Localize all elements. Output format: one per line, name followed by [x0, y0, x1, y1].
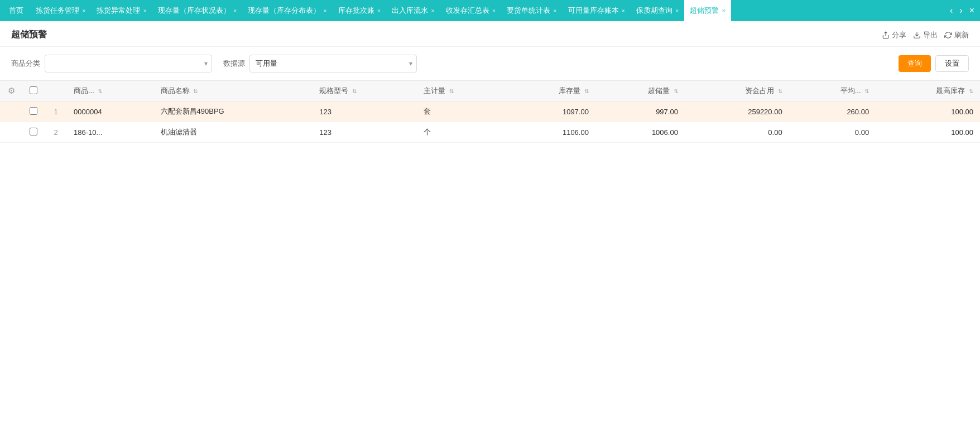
nav-tab-11-close[interactable]: ×	[722, 7, 725, 14]
col-product-code-sort-icon: ⇅	[98, 88, 102, 94]
nav-home[interactable]: 首页	[2, 0, 30, 21]
nav-tab-11[interactable]: 超储预警 ×	[684, 0, 731, 21]
row-spec-0: 123	[313, 101, 417, 122]
table-body: 1 0000004 六配套新昌490BPG 123 套 1097.00 997.…	[0, 101, 980, 143]
col-capital-label: 资金占用	[745, 86, 774, 95]
category-label: 商品分类	[11, 59, 40, 69]
col-product-code[interactable]: 商品... ⇅	[67, 81, 154, 101]
nav-close-arrow[interactable]: ×	[966, 0, 978, 21]
export-label: 导出	[923, 30, 938, 40]
nav-tab-9-label: 可用量库存账本	[568, 6, 619, 16]
col-spec-label: 规格型号	[319, 86, 348, 95]
row-checkbox-cell	[22, 101, 45, 122]
top-navigation: 首页 拣货任务管理 × 拣货异常处理 × 现存量（库存状况表） × 现存量（库存…	[0, 0, 980, 21]
row-product-name-0: 六配套新昌490BPG	[154, 101, 313, 122]
gear-icon[interactable]: ⚙	[8, 86, 15, 95]
nav-tab-6-close[interactable]: ×	[431, 7, 434, 14]
col-avg-price-sort-icon: ⇅	[864, 88, 869, 94]
datasource-label: 数据源	[223, 59, 245, 69]
nav-tab-9-close[interactable]: ×	[622, 7, 625, 14]
row-product-name-1: 机油滤清器	[154, 122, 313, 143]
col-unit[interactable]: 主计量 ⇅	[417, 81, 506, 101]
share-icon	[882, 31, 890, 39]
row-unit-0: 套	[417, 101, 506, 122]
category-input[interactable]	[45, 55, 212, 72]
col-gear: ⚙	[0, 81, 22, 101]
nav-arrows: ‹ › ×	[947, 0, 978, 21]
nav-tab-7[interactable]: 收发存汇总表 ×	[440, 0, 501, 21]
col-avg-price-label: 平均...	[840, 86, 861, 95]
nav-tab-10-close[interactable]: ×	[675, 7, 679, 14]
settings-button[interactable]: 设置	[935, 55, 969, 72]
nav-tab-8-close[interactable]: ×	[553, 7, 556, 14]
table-row: 2 186-10... 机油滤清器 123 个 1106.00 1006.00 …	[0, 122, 980, 143]
col-spec-sort-icon: ⇅	[352, 88, 357, 94]
refresh-button[interactable]: 刷新	[944, 30, 969, 40]
row-capital-0: 259220.00	[685, 101, 789, 122]
nav-tab-1[interactable]: 拣货任务管理 ×	[30, 0, 91, 21]
col-spec[interactable]: 规格型号 ⇅	[313, 81, 417, 101]
nav-tab-4[interactable]: 现存量（库存分布表） ×	[242, 0, 332, 21]
nav-tab-4-close[interactable]: ×	[323, 7, 326, 14]
nav-tab-6[interactable]: 出入库流水 ×	[386, 0, 440, 21]
table-row: 1 0000004 六配套新昌490BPG 123 套 1097.00 997.…	[0, 101, 980, 122]
nav-tab-2-label: 拣货异常处理	[97, 6, 140, 16]
col-product-name-sort-icon: ⇅	[193, 88, 198, 94]
col-stock-label: 库存量	[559, 86, 580, 95]
col-capital[interactable]: 资金占用 ⇅	[685, 81, 789, 101]
col-max-stock-sort-icon: ⇅	[969, 88, 973, 94]
col-overstock[interactable]: 超储量 ⇅	[595, 81, 685, 101]
nav-tab-10[interactable]: 保质期查询 ×	[631, 0, 684, 21]
nav-tab-5[interactable]: 库存批次账 ×	[333, 0, 386, 21]
row-checkbox-cell	[22, 122, 45, 143]
row-stock-1: 1106.00	[506, 122, 595, 143]
nav-tab-8-label: 要货单统计表	[507, 6, 550, 16]
row-overstock-0: 997.00	[595, 101, 685, 122]
datasource-input[interactable]: 可用量	[249, 55, 417, 72]
nav-tab-3-close[interactable]: ×	[233, 7, 237, 14]
nav-tab-7-close[interactable]: ×	[492, 7, 496, 14]
col-row-num	[45, 81, 67, 101]
col-unit-sort-icon: ⇅	[449, 88, 454, 94]
col-product-name-label: 商品名称	[161, 86, 190, 95]
row-product-code-1: 186-10...	[67, 122, 154, 143]
col-stock[interactable]: 库存量 ⇅	[506, 81, 595, 101]
col-max-stock[interactable]: 最高库存 ⇅	[876, 81, 980, 101]
row-spec-1: 123	[313, 122, 417, 143]
nav-tab-1-close[interactable]: ×	[82, 7, 85, 14]
col-overstock-sort-icon: ⇅	[674, 88, 678, 94]
col-product-name[interactable]: 商品名称 ⇅	[154, 81, 313, 101]
category-select-wrapper: ▾	[45, 55, 212, 72]
row-checkbox-1[interactable]	[30, 128, 37, 135]
nav-tab-2-close[interactable]: ×	[143, 7, 146, 14]
row-stock-0: 1097.00	[506, 101, 595, 122]
datasource-filter: 数据源 可用量 ▾	[223, 55, 417, 72]
filter-actions: 查询 设置	[899, 55, 969, 72]
page-header: 超储预警 分享 导出 刷新	[0, 21, 980, 47]
query-button[interactable]: 查询	[899, 55, 931, 72]
row-product-code-0: 0000004	[67, 101, 154, 122]
row-checkbox-0[interactable]	[30, 107, 37, 115]
row-gear-cell	[0, 101, 22, 122]
col-capital-sort-icon: ⇅	[778, 88, 782, 94]
table-header-row: ⚙ 商品... ⇅ 商品名称 ⇅ 规格型号	[0, 81, 980, 101]
col-avg-price[interactable]: 平均... ⇅	[789, 81, 876, 101]
nav-tab-10-label: 保质期查询	[636, 6, 672, 16]
nav-prev-arrow[interactable]: ‹	[947, 0, 956, 21]
nav-tab-2[interactable]: 拣货异常处理 ×	[91, 0, 152, 21]
nav-next-arrow[interactable]: ›	[956, 0, 965, 21]
nav-tab-3[interactable]: 现存量（库存状况表） ×	[152, 0, 242, 21]
category-filter: 商品分类 ▾	[11, 55, 212, 72]
nav-tab-3-label: 现存量（库存状况表）	[158, 6, 230, 16]
col-select-all	[22, 81, 45, 101]
nav-tab-8[interactable]: 要货单统计表 ×	[501, 0, 562, 21]
nav-tab-5-close[interactable]: ×	[377, 7, 381, 14]
refresh-icon	[944, 31, 952, 39]
row-capital-1: 0.00	[685, 122, 789, 143]
nav-tab-9[interactable]: 可用量库存账本 ×	[563, 0, 631, 21]
share-button[interactable]: 分享	[882, 30, 906, 40]
nav-tab-5-label: 库存批次账	[338, 6, 374, 16]
select-all-checkbox[interactable]	[30, 86, 37, 94]
export-button[interactable]: 导出	[913, 30, 938, 40]
row-avg-price-1: 0.00	[789, 122, 876, 143]
